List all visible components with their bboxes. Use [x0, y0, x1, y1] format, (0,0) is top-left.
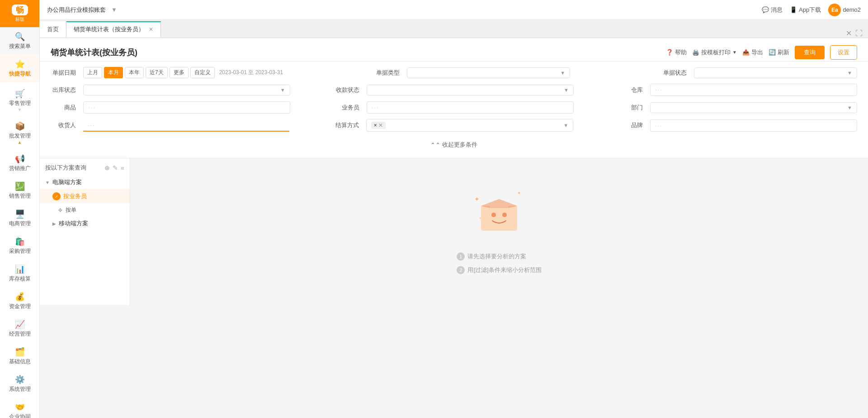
doctype-chevron: ▼ [560, 70, 565, 76]
username: demo2 [843, 6, 861, 13]
empty-icon: ✦ ✦ ✦ [472, 185, 526, 240]
sidebar-item-basic[interactable]: 🗂️ 基础信息 [0, 342, 39, 370]
sidebar-item-finance[interactable]: 💰 资金管理 [0, 287, 39, 315]
settlement-label: 结算方式 [334, 121, 359, 129]
sidebar-item-search[interactable]: 🔍 搜索菜单 [0, 27, 39, 55]
tab-sales-stats-label: 销货单统计表（按业务员） [74, 25, 144, 33]
sidebar-item-retail[interactable]: 🛒 零售管理 ▼ [0, 84, 39, 117]
export-icon: 📤 [742, 49, 750, 56]
lp-header-title: 按以下方案查询 [45, 164, 86, 172]
refresh-btn[interactable]: 🔄 刷新 [769, 48, 789, 57]
date-btn-thisyear[interactable]: 本年 [125, 67, 144, 78]
tab-sales-stats[interactable]: 销货单统计表（按业务员） ✕ [66, 21, 161, 38]
sidebar-item-quicknav[interactable]: ⭐ 快捷导航 [0, 55, 39, 82]
goods-select[interactable]: ··· [83, 101, 290, 114]
receiver-input[interactable]: ··· [83, 119, 289, 132]
sidebar-item-ecommerce[interactable]: 🖥️ 电商管理 [0, 204, 39, 232]
tab-close-btn[interactable]: ✕ [149, 26, 153, 33]
salesperson-select[interactable]: ··· [367, 101, 574, 114]
sidebar-operations-label: 经营管理 [9, 330, 31, 338]
logo-icon: 畅 [12, 5, 28, 15]
tab-close-window-icon[interactable]: ✕ [846, 29, 852, 38]
date-btn-thismonth[interactable]: 本月 [104, 67, 123, 78]
lp-section-pc-title[interactable]: ▼ 电脑端方案 [40, 176, 130, 189]
retail-icon: 🛒 [15, 89, 25, 99]
department-select[interactable]: ▼ [650, 102, 857, 113]
topbar: 办公用品行业模拟账套 ▼ 💬 消息 📱 App下载 Ea demo2 [40, 0, 868, 20]
doctype-label: 单据类型 [374, 69, 400, 77]
query-button[interactable]: 查询 [795, 46, 825, 59]
svg-point-5 [502, 213, 507, 217]
sidebar-item-wholesale[interactable]: 📦 批发管理 ▲ [0, 117, 39, 149]
settlement-select[interactable]: × ✕ ▼ [366, 119, 573, 132]
outstatus-select[interactable]: ▼ [83, 85, 290, 95]
sidebar-inventory-label: 库存核算 [9, 275, 31, 283]
sidebar-item-sales[interactable]: 💹 销售管理 [0, 177, 39, 204]
docstatus-select[interactable]: ▼ [694, 67, 857, 78]
logo-area: 畅 标版 [0, 0, 39, 27]
settlement-clear[interactable]: ✕ [378, 122, 383, 128]
warehouse-select[interactable]: ··· [650, 84, 857, 96]
sidebar-enterprise-label: 企业协同 [9, 413, 31, 418]
docstatus-chevron: ▼ [847, 70, 852, 76]
date-btn-7days[interactable]: 近7天 [146, 67, 168, 78]
date-btn-custom[interactable]: 自定义 [190, 67, 215, 78]
template-print-label: 按模板打印 [701, 48, 731, 57]
lp-add-icon[interactable]: ⊕ [104, 164, 110, 171]
operations-icon: 📈 [15, 319, 25, 329]
doctype-select[interactable]: ▼ [407, 67, 570, 78]
refresh-icon: 🔄 [769, 49, 776, 56]
filter-row-3: 商品 ··· 业务员 ··· 部门 ▼ [51, 101, 857, 114]
lp-edit-icon[interactable]: ✎ [113, 164, 118, 171]
user-avatar-area[interactable]: Ea demo2 [828, 4, 861, 16]
tab-maximize-area: ✕ ⛶ [840, 29, 868, 38]
tip-num-2: 2 [457, 266, 465, 274]
sidebar-item-purchase[interactable]: 🛍️ 采购管理 [0, 232, 39, 260]
mobile-section-label: 移动端方案 [59, 219, 88, 228]
sidebar-wholesale-label: 批发管理 [9, 132, 31, 140]
quicknav-icon: ⭐ [15, 59, 25, 69]
basic-icon: 🗂️ [15, 347, 25, 357]
empty-illustration: ✦ ✦ ✦ [472, 185, 526, 235]
sidebar-item-marketing[interactable]: 📢 营销推广 [0, 149, 39, 177]
enterprise-icon: 🤝 [15, 402, 25, 412]
pc-section-label: 电脑端方案 [52, 178, 82, 186]
app-download-btn[interactable]: 📱 App下载 [790, 6, 821, 14]
collectstatus-select[interactable]: ▼ [367, 85, 574, 95]
sidebar: 畅 标版 🔍 搜索菜单 ⭐ 快捷导航 🛒 零售管理 ▼ 📦 批发管理 ▲ 📢 营… [0, 0, 40, 418]
filter-row-2: 出库状态 ▼ 收款状态 ▼ 仓库 ··· [51, 84, 857, 96]
title-arrow[interactable]: ▼ [111, 6, 117, 13]
lp-collapse-icon[interactable]: « [121, 164, 124, 171]
template-print-btn[interactable]: 🖨️ 按模板打印 ▼ [692, 48, 737, 57]
lp-item-salesperson[interactable]: ✓ 按业务员 [40, 189, 130, 204]
lp-section-mobile: ▶ 移动端方案 [40, 217, 130, 230]
sidebar-item-inventory[interactable]: 📊 库存核算 [0, 260, 39, 287]
date-btn-lastmonth[interactable]: 上月 [83, 67, 102, 78]
settlement-value: × [374, 122, 377, 128]
sidebar-item-enterprise[interactable]: 🤝 企业协同 [0, 398, 39, 418]
wholesale-arrow: ▲ [18, 140, 22, 145]
tip-2-text: 用[过滤]条件来缩小分析范围 [467, 266, 541, 274]
salesperson-item-label: 按业务员 [63, 192, 87, 200]
sidebar-item-system[interactable]: ⚙️ 系统管理 [0, 370, 39, 398]
date-btn-more[interactable]: 更多 [170, 67, 189, 78]
lp-section-mobile-title[interactable]: ▶ 移动端方案 [40, 217, 130, 230]
tip-num-1: 1 [457, 252, 465, 261]
collapse-up-icon: ⌃⌃ [430, 142, 440, 148]
help-btn[interactable]: ❓ 帮助 [666, 48, 687, 57]
export-btn[interactable]: 📤 导出 [742, 48, 763, 57]
sidebar-ecommerce-label: 电商管理 [9, 220, 31, 228]
tab-fullscreen-icon[interactable]: ⛶ [855, 29, 863, 38]
tab-home[interactable]: 首页 [40, 21, 66, 38]
sidebar-item-operations[interactable]: 📈 经营管理 [0, 315, 39, 342]
lp-subitem-order[interactable]: ❖ 按单 [40, 204, 130, 217]
brand-select[interactable]: ··· [650, 119, 857, 132]
svg-rect-0 [481, 206, 517, 231]
collapse-btn[interactable]: ⌃⌃ 收起更多条件 [51, 137, 857, 152]
filter-row-4: 收货人 ··· 结算方式 × ✕ ▼ 品牌 ··· [51, 119, 857, 132]
message-btn[interactable]: 💬 消息 [762, 6, 783, 14]
goods-dots: ··· [88, 104, 96, 111]
sidebar-purchase-label: 采购管理 [9, 247, 31, 255]
outstatus-label: 出库状态 [51, 86, 76, 94]
settings-button[interactable]: 设置 [830, 45, 857, 60]
